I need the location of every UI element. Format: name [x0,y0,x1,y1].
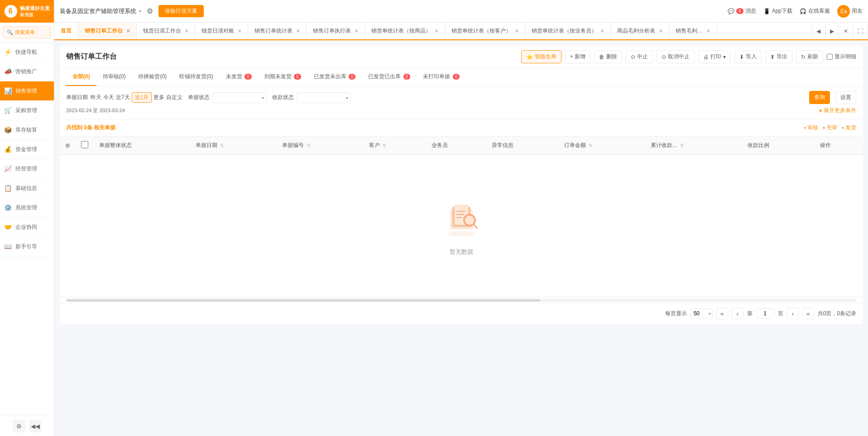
tab-close-icon[interactable]: ✕ [185,28,188,33]
query-button[interactable]: 查询 [809,91,830,104]
subtab-all[interactable]: 全部(0) [66,68,96,86]
tab-scroll-right-button[interactable]: ▶ [825,24,839,38]
page-size-select[interactable]: 20 50 100 [691,308,713,318]
1month-shortcut[interactable]: 近1月 [132,92,152,103]
more-shortcut[interactable]: 更多 [153,94,164,101]
first-page-button[interactable]: « [716,308,728,319]
cancel-stop-button[interactable]: ⊙ 取消中止 [657,50,695,63]
tab-daily-clear[interactable]: 钱货日清工作台 ✕ [137,23,195,39]
experience-button[interactable]: 体验行业方案 [158,5,204,17]
table-area: 共找到 0条 相关单据 审核 充审 发货 ⚙ [60,119,863,297]
export-button[interactable]: ⬆ 导出 [765,50,792,63]
subtab-overdue[interactable]: 到期未发货 0 [258,68,307,86]
user-item[interactable]: Ea 用友 [837,5,863,18]
status-select[interactable] [212,92,267,103]
tab-sales-gross[interactable]: 销售毛利… ✕ [669,23,717,39]
ship-action[interactable]: 发货 [842,124,856,132]
tab-close-icon[interactable]: ✕ [238,28,241,33]
tab-home[interactable]: 首页 [54,23,78,39]
header-settings-icon[interactable]: ⚙ [147,7,153,15]
add-button[interactable]: + 新增 [565,50,590,63]
sidebar-item-basic-info[interactable]: 📋 基础信息 [0,179,54,198]
tab-sales-exec[interactable]: 销售订单执行表 ✕ [307,23,365,39]
settings-button[interactable]: ⚙ [13,420,25,432]
message-item[interactable]: 💬 6 消息 [728,7,756,15]
tab-close-icon[interactable]: ✕ [600,28,604,33]
scrollbar-thumb[interactable] [66,299,540,302]
tab-close-icon[interactable]: ✕ [659,28,662,33]
table-count: 共找到 0条 相关单据 [66,124,115,132]
void-action[interactable]: 充审 [823,124,837,132]
tab-bar: 首页 销售订单工作台 ✕ 钱货日清工作台 ✕ 钱货日清对账 ✕ 销售订单统计表 … [54,23,868,40]
tab-close-icon[interactable]: ✕ [706,28,710,33]
sidebar-item-guide[interactable]: 📖 新手引导 [0,237,54,256]
import-button[interactable]: ⬇ 导入 [734,50,762,63]
page-header: 销售订单工作台 ⭐ 智能生单 + 新增 🗑 删除 ⊙ 中止 ⊙ 取消中止 [60,46,863,68]
tab-close-icon[interactable]: ✕ [435,28,438,33]
expand-filter-button[interactable]: ▾ 展开更多条件 [819,107,856,114]
subtab-unprinted[interactable]: 未打印单据 0 [417,68,466,86]
select-all-checkbox[interactable] [81,141,88,148]
tab-close-icon[interactable]: ✕ [126,28,130,33]
col-number[interactable]: 单据编号 ⇅ [277,137,363,155]
show-detail-checkbox[interactable] [827,54,833,60]
stop-button[interactable]: ⊙ 中止 [626,50,653,63]
tab-sales-stats[interactable]: 销售订单统计表 ✕ [248,23,307,39]
subtab-shipped-out[interactable]: 已发货已出库 0 [362,68,417,86]
column-settings-icon[interactable]: ⚙ [65,142,70,149]
payment-select[interactable] [297,92,351,103]
online-service-item[interactable]: 🎧 在线客服 [800,7,830,15]
prev-page-button[interactable]: ‹ [732,308,743,319]
review-action[interactable]: 审核 [804,124,818,132]
print-button[interactable]: 🖨 打印 ▾ [698,50,731,63]
sidebar-item-operations[interactable]: 📈 经营管理 [0,159,54,179]
subtab-not-shipped[interactable]: 未发货 0 [220,68,258,86]
subtab-wangpu[interactable]: 旺铺待发货(0) [173,68,220,86]
tab-scroll-left-button[interactable]: ◀ [812,24,825,38]
col-amount[interactable]: 订单金额 ⇅ [559,137,645,155]
tab-customer-stats[interactable]: 销货单统计表（按客户） ✕ [445,23,525,39]
tab-fullscreen-button[interactable]: ⛶ [853,24,868,38]
smart-create-button[interactable]: ⭐ 智能生单 [521,50,561,63]
subtab-shipped-not-out[interactable]: 已发货未出库 0 [307,68,362,86]
show-detail-label[interactable]: 显示明细 [827,53,856,61]
sidebar-item-system[interactable]: ⚙️ 系统管理 [0,198,54,218]
today-shortcut[interactable]: 今天 [103,94,114,101]
sidebar-item-marketing[interactable]: 📣 营销推广 [0,62,54,81]
tab-close-icon[interactable]: ✕ [296,28,300,33]
sidebar-item-finance[interactable]: 💰 资金管理 [0,140,54,159]
sidebar-item-inventory[interactable]: 📦 库存核算 [0,120,54,140]
delete-button[interactable]: 🗑 删除 [594,50,622,63]
tab-reconciliation[interactable]: 钱货日清对账 ✕ [195,23,248,39]
app-download-item[interactable]: 📱 App下载 [763,7,792,15]
sidebar-item-sales[interactable]: 📊 销售管理 [0,81,54,101]
page-number-input[interactable] [756,308,774,318]
sidebar-item-purchase[interactable]: 🛒 采购管理 [0,101,54,120]
filter-settings-button[interactable]: 设置 [835,91,856,104]
col-date[interactable]: 单据日期 ⇅ [190,137,277,155]
7days-shortcut[interactable]: 近7天 [116,94,130,101]
col-customer[interactable]: 客户 ⇅ [364,137,426,155]
tab-staff-stats[interactable]: 销货单统计表（按业务员） ✕ [525,23,611,39]
next-page-button[interactable]: › [787,308,799,319]
col-status: 单据整体状态 [94,137,190,155]
tab-close-icon[interactable]: ✕ [515,28,518,33]
search-menu-button[interactable]: 🔍 搜索菜单 [3,26,51,38]
refresh-button[interactable]: ↻ 刷新 [796,50,823,63]
subtab-pending-inspect[interactable]: 待择验货(0) [132,68,173,86]
collapse-button[interactable]: ◀◀ [29,420,42,432]
yesterday-shortcut[interactable]: 昨天 [91,94,101,101]
tab-close-all-button[interactable]: ✕ [839,24,853,38]
horizontal-scrollbar[interactable] [66,299,856,302]
last-page-button[interactable]: » [802,308,814,319]
tab-goods-stats[interactable]: 销货单统计表（按商品） ✕ [365,23,445,39]
subtab-pending-review[interactable]: 待审核(0) [96,68,132,86]
sidebar-item-enterprise[interactable]: 🤝 企业协同 [0,218,54,237]
tab-profit-analysis[interactable]: 商品毛利分析表 ✕ [611,23,669,39]
sidebar-item-quick-nav[interactable]: ⚡ 快捷导航 [0,43,54,62]
col-cumulative[interactable]: 累计收款... ⇅ [645,137,742,155]
custom-shortcut[interactable]: 自定义 [166,94,182,101]
sidebar-bottom: ⚙ ◀◀ [0,416,54,436]
tab-sales-workbench[interactable]: 销售订单工作台 ✕ [78,23,137,39]
tab-close-icon[interactable]: ✕ [355,28,358,33]
